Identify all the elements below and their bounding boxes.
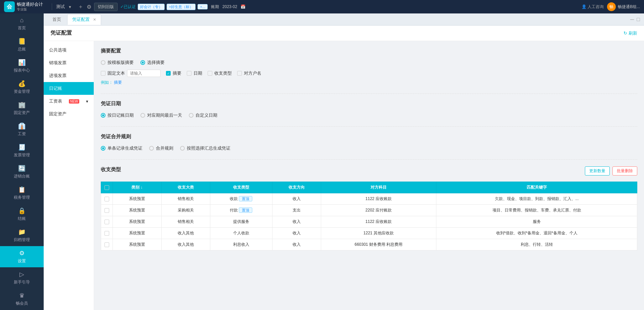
row5-keywords: 利息、行转、活转: [436, 239, 637, 250]
radio-last-day[interactable]: 对应期间最后一天: [140, 112, 182, 118]
voucher-date-section: 凭证日期 按日记账日期 对应期间最后一天 自定义日期: [101, 101, 637, 118]
calendar-icon[interactable]: 📅: [241, 4, 246, 9]
left-nav-payroll[interactable]: 工资表 NEW ▾: [44, 95, 94, 108]
certified-status: ✓已认证: [120, 4, 136, 10]
left-nav-public[interactable]: 公共选项: [44, 44, 94, 56]
row1-income-type: 收款 置顶: [210, 193, 272, 205]
tab-maximize-icon[interactable]: □: [637, 16, 640, 23]
radio-select-summary[interactable]: 选择摘要: [140, 60, 165, 66]
row1-reset-tag[interactable]: 置顶: [239, 196, 252, 201]
row2-major-type: 采购相关: [161, 205, 210, 216]
tag-good-business: +好生意（标）: [167, 4, 196, 10]
radio-template-summary[interactable]: 按模板版摘要: [101, 60, 134, 66]
row5-income-type: 利息收入: [210, 239, 272, 250]
company-arrow[interactable]: ▾: [69, 4, 71, 9]
left-nav-journal[interactable]: 日记账: [44, 82, 94, 95]
income-type-checkbox[interactable]: [208, 71, 212, 76]
counterparty-checkbox[interactable]: [237, 71, 242, 76]
table-row: 系统预置 销售相关 收款 置顶 收入 1122 应收账款 欠款、现金、项目款、到…: [101, 193, 637, 205]
sidebar-item-guide[interactable]: ▷ 新手引导: [0, 267, 44, 288]
divider-2: [101, 126, 637, 127]
row4-account: 1221 其他应收款: [321, 228, 436, 239]
settings-nav-icon: ⚙: [19, 249, 25, 257]
sidebar-item-reports[interactable]: 📊 报表中心: [0, 55, 44, 77]
sidebar-item-assets[interactable]: 🏢 固定资产: [0, 98, 44, 119]
sidebar-item-invoices[interactable]: 🧾 发票管理: [0, 140, 44, 161]
table-row: 系统预置 收入其他 个人收款 收入 1221 其他应收款 收到*借款、收到*备用…: [101, 228, 637, 239]
row4-checkbox-cell: [101, 228, 113, 239]
row2-checkbox[interactable]: [104, 208, 109, 213]
row3-direction: 收入: [272, 216, 321, 228]
user-area: 畅 畅捷通B组...: [607, 2, 640, 11]
checkbox-counterparty: 对方户名: [237, 70, 261, 76]
row3-checkbox[interactable]: [104, 220, 109, 224]
row1-checkbox[interactable]: [104, 197, 109, 201]
fixed-text-input[interactable]: [127, 70, 161, 77]
radio-custom-date[interactable]: 自定义日期: [189, 112, 217, 118]
settings-icon[interactable]: ⚙: [87, 4, 91, 10]
checkbox-date: 日期: [187, 70, 202, 76]
radio-single-record-circle: [101, 146, 105, 151]
abstract-checkbox[interactable]: ✓: [166, 71, 171, 76]
row3-checkbox-cell: [101, 216, 113, 228]
topbar-right: 👤 人工咨询 畅 畅捷通B组...: [582, 2, 640, 11]
period-label: 账期: [211, 4, 219, 10]
sidebar-item-closing-label: 结账: [18, 216, 26, 222]
row3-major-type: 销售相关: [161, 216, 210, 228]
merge-rules-section: 凭证合并规则 单条记录生成凭证 合并规则 按照选择汇总生成凭证: [101, 133, 637, 151]
sidebar-item-member[interactable]: ♛ 畅会员: [0, 288, 44, 310]
th-category: 类别 ↓: [113, 182, 162, 193]
sort-category[interactable]: 类别 ↓: [116, 185, 158, 190]
summary-config-title: 摘要配置: [101, 48, 637, 54]
row1-direction: 收入: [272, 193, 321, 205]
sidebar-item-funds[interactable]: 💰 资金管理: [0, 77, 44, 98]
radio-journal-date[interactable]: 按日记账日期: [101, 112, 134, 118]
sidebar-item-home[interactable]: ⌂ 首页: [0, 13, 44, 34]
radio-merge-rule[interactable]: 合并规则: [149, 145, 173, 151]
row5-checkbox[interactable]: [104, 242, 109, 247]
left-nav-fixed-assets[interactable]: 固定资产: [44, 108, 94, 120]
tax-icon: 📋: [18, 186, 26, 193]
sidebar-item-purchase-sales[interactable]: 🔄 进销台账: [0, 161, 44, 183]
sidebar-item-tax[interactable]: 📋 税务管理: [0, 183, 44, 204]
row5-major-type: 收入其他: [161, 239, 210, 250]
sidebar-item-settings[interactable]: ⚙ 设置: [0, 246, 44, 267]
tab-minimize-icon[interactable]: ─: [630, 16, 634, 23]
purchase-sales-icon: 🔄: [18, 165, 26, 172]
income-expense-section: 收支类型 更新数量 批量删除: [101, 166, 637, 250]
select-all-checkbox[interactable]: [104, 185, 109, 190]
sidebar-item-salary[interactable]: 👔 工资: [0, 119, 44, 140]
checkbox-income-type: 收支类型: [208, 70, 232, 76]
sidebar-item-home-label: 首页: [18, 25, 26, 31]
row2-category: 系统预置: [113, 205, 162, 216]
tab-voucher-config[interactable]: 凭证配置 ✕: [67, 14, 101, 25]
date-checkbox[interactable]: [187, 71, 191, 76]
sidebar-item-archive[interactable]: 📁 归档管理: [0, 225, 44, 246]
sidebar-item-settings-label: 设置: [18, 258, 26, 264]
plus-icon[interactable]: ＋: [78, 3, 83, 10]
assets-icon: 🏢: [18, 101, 26, 109]
checkbox-abstract: ✓ 摘要: [166, 70, 181, 76]
row2-income-type: 付款 置顶: [210, 205, 272, 216]
radio-summary-generate[interactable]: 按照选择汇总生成凭证: [180, 145, 230, 151]
sidebar-item-funds-label: 资金管理: [14, 89, 30, 94]
radio-single-record[interactable]: 单条记录生成凭证: [101, 145, 142, 151]
row3-account: 1122 应收账款: [321, 216, 436, 228]
row4-checkbox[interactable]: [104, 231, 109, 236]
sidebar-item-general-ledger[interactable]: 📒 总账: [0, 34, 44, 55]
update-button[interactable]: 更新数量: [585, 166, 610, 176]
left-nav-purchase-invoice[interactable]: 进项发票: [44, 69, 94, 82]
sidebar-item-closing[interactable]: 🔒 结账: [0, 204, 44, 225]
table-actions: 更新数量 批量删除: [585, 166, 637, 176]
radio-summary-generate-circle: [180, 146, 185, 151]
batch-delete-button[interactable]: 批量删除: [612, 166, 637, 176]
left-nav-sales-invoice[interactable]: 销项发票: [44, 56, 94, 69]
tab-home[interactable]: 首页: [48, 14, 66, 25]
th-major-type: 收支大类: [161, 182, 210, 193]
refresh-button[interactable]: ↻ 刷新: [624, 30, 637, 36]
service-button[interactable]: 👤 人工咨询: [582, 4, 604, 10]
row2-reset-tag[interactable]: 置顶: [239, 207, 252, 213]
tab-close-voucher-config[interactable]: ✕: [93, 17, 96, 22]
fixed-text-checkbox[interactable]: [101, 71, 105, 76]
switch-version-button[interactable]: 切到旧版: [94, 3, 118, 11]
